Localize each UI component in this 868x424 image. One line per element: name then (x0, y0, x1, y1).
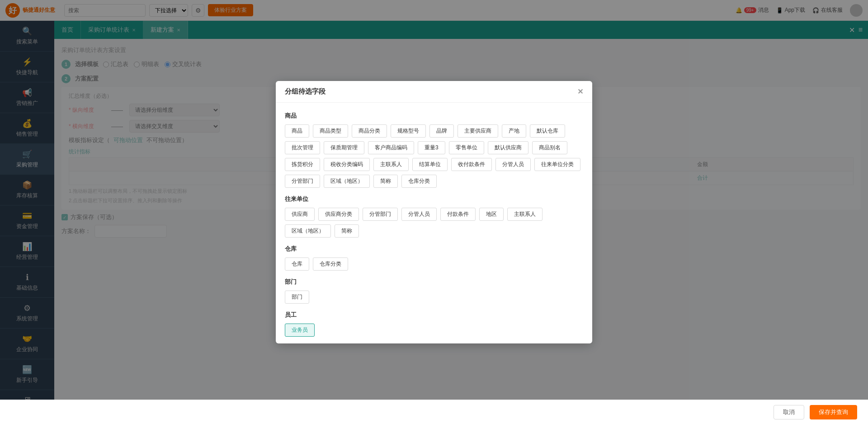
field-tag[interactable]: 区域（地区） (285, 224, 331, 238)
field-tag[interactable]: 税收分类编码 (324, 158, 370, 171)
field-tag[interactable]: 客户商品编码 (368, 141, 414, 154)
section-title-employee: 员工 (285, 311, 583, 319)
field-tag[interactable]: 往来单位分类 (534, 158, 580, 171)
field-tag[interactable]: 简称 (335, 224, 359, 238)
field-tag[interactable]: 产地 (502, 124, 526, 138)
field-tag[interactable]: 供应商分类 (318, 208, 359, 221)
field-tag[interactable]: 分管人员 (495, 158, 531, 171)
field-tag[interactable]: 简称 (373, 175, 398, 188)
field-tag[interactable]: 部门 (285, 291, 309, 304)
field-tag[interactable]: 供应商 (285, 208, 315, 221)
field-tag[interactable]: 分管部门 (285, 175, 320, 188)
field-tag[interactable]: 商品 (285, 124, 309, 138)
field-tag[interactable]: 主要供应商 (458, 124, 498, 138)
modal-close-btn[interactable]: ✕ (577, 87, 583, 96)
modal-body: 商品 商品 商品类型 商品分类 规格型号 品牌 主要供应商 产地 默认仓库 批次… (276, 103, 592, 343)
field-tag[interactable]: 分管人员 (401, 208, 437, 221)
fields-grid-warehouse: 仓库 仓库分类 (285, 257, 583, 271)
field-tag[interactable]: 拣货积分 (285, 158, 320, 171)
field-tag[interactable]: 重量3 (418, 141, 445, 154)
fields-grid-dept: 部门 (285, 291, 583, 304)
field-tag[interactable]: 主联系人 (507, 208, 542, 221)
field-tag[interactable]: 付款条件 (440, 208, 476, 221)
field-tag[interactable]: 保质期管理 (324, 141, 364, 154)
field-tag[interactable]: 仓库分类 (401, 175, 437, 188)
field-tag[interactable]: 商品分类 (352, 124, 387, 138)
field-tag[interactable]: 区域（地区） (324, 175, 370, 188)
field-tag[interactable]: 品牌 (429, 124, 454, 138)
field-tag[interactable]: 默认供应商 (488, 141, 528, 154)
field-tag[interactable]: 零售单位 (449, 141, 484, 154)
field-tag[interactable]: 商品别名 (532, 141, 567, 154)
modal-header: 分组待选字段 ✕ (276, 81, 592, 103)
field-tag[interactable]: 默认仓库 (530, 124, 565, 138)
field-tag[interactable]: 结算单位 (412, 158, 448, 171)
modal-footer-bar: 取消 保存并查询 (0, 400, 868, 424)
section-title-partner: 往来单位 (285, 195, 583, 203)
section-title-dept: 部门 (285, 278, 583, 286)
modal-overlay: 分组待选字段 ✕ 商品 商品 商品类型 商品分类 规格型号 品牌 主要供应商 产… (0, 0, 868, 424)
field-tag[interactable]: 仓库分类 (313, 257, 348, 271)
fields-grid-employee: 业务员 (285, 324, 583, 337)
save-button[interactable]: 保存并查询 (810, 405, 857, 419)
field-tag[interactable]: 仓库 (285, 257, 309, 271)
field-tag[interactable]: 收付款条件 (451, 158, 492, 171)
field-tag[interactable]: 批次管理 (285, 141, 320, 154)
field-tag[interactable]: 分管部门 (363, 208, 398, 221)
fields-grid-partner: 供应商 供应商分类 分管部门 分管人员 付款条件 地区 主联系人 区域（地区） … (285, 208, 583, 238)
field-tag[interactable]: 商品类型 (313, 124, 348, 138)
section-title-warehouse: 仓库 (285, 245, 583, 253)
section-title-goods: 商品 (285, 112, 583, 120)
field-tag[interactable]: 地区 (479, 208, 504, 221)
modal-title: 分组待选字段 (285, 87, 326, 96)
cancel-button[interactable]: 取消 (774, 405, 804, 419)
field-select-modal: 分组待选字段 ✕ 商品 商品 商品类型 商品分类 规格型号 品牌 主要供应商 产… (276, 81, 592, 343)
field-tag-salesperson[interactable]: 业务员 (285, 324, 315, 337)
fields-grid-goods: 商品 商品类型 商品分类 规格型号 品牌 主要供应商 产地 默认仓库 批次管理 … (285, 124, 583, 188)
field-tag[interactable]: 规格型号 (391, 124, 426, 138)
field-tag[interactable]: 主联系人 (373, 158, 409, 171)
